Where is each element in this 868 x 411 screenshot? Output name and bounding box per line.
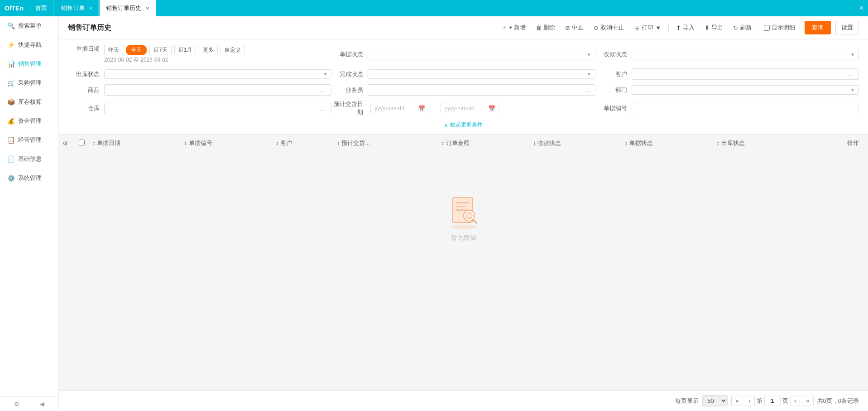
table-settings-header[interactable]: ⚙ xyxy=(59,135,75,152)
sidebar-item-capital-mgmt[interactable]: 💰 资金管理 xyxy=(0,111,58,131)
cancel-stop-button[interactable]: ⊙ 取消中止 xyxy=(591,22,627,34)
show-detail-checkbox-label[interactable]: 显示明细 xyxy=(764,24,795,32)
purchase-mgmt-icon: 🛒 xyxy=(7,79,14,87)
tab-sales-order-history[interactable]: 销售订单历史 × xyxy=(100,0,155,16)
sidebar-collapse-icon[interactable]: ◀ xyxy=(40,401,44,407)
sidebar-settings-icon[interactable]: ⚙ xyxy=(14,401,19,407)
last-page-button[interactable]: » xyxy=(802,396,813,406)
col-receipt-status-label: ↕ 收款状态 xyxy=(533,140,561,146)
svg-point-0 xyxy=(450,225,477,229)
print-button[interactable]: 🖨 打印 ▼ xyxy=(631,22,664,34)
delete-button[interactable]: 🗑 删除 xyxy=(533,22,558,34)
sidebar-item-operation-mgmt[interactable]: 📋 经营管理 xyxy=(0,131,58,150)
collapse-button[interactable]: ∧ 收起更多条件 xyxy=(68,121,859,129)
tab-home-label: 首页 xyxy=(35,4,47,12)
sidebar-item-system-mgmt[interactable]: ⚙️ 系统管理 xyxy=(0,169,58,188)
capital-mgmt-icon: 💰 xyxy=(7,117,14,125)
page-size-select[interactable]: 50 10 20 100 xyxy=(702,395,728,406)
receipt-status-arrow-icon: ▼ xyxy=(850,52,855,57)
salesperson-dots[interactable]: ... xyxy=(583,87,591,93)
stop-label: 中止 xyxy=(572,24,584,32)
col-amount-label: ↕ 订单金额 xyxy=(441,140,470,146)
settings-button[interactable]: 设置 xyxy=(835,21,859,34)
toolbar-divider-1 xyxy=(668,24,669,31)
warehouse-label: 仓库 xyxy=(68,104,104,112)
system-mgmt-icon: ⚙️ xyxy=(7,174,14,182)
date-btn-today[interactable]: 今天 xyxy=(126,45,147,55)
svg-point-6 xyxy=(466,213,472,219)
col-date-label: ↕ 单据日期 xyxy=(92,140,120,146)
dept-select[interactable]: ▼ xyxy=(632,85,859,95)
out-status-arrow-icon: ▼ xyxy=(323,72,327,77)
sidebar-item-quick-nav[interactable]: ⚡ 快捷导航 xyxy=(0,35,58,54)
table-settings-icon[interactable]: ⚙ xyxy=(62,140,68,147)
export-button[interactable]: ⬇ 导出 xyxy=(702,22,726,34)
import-icon: ⬆ xyxy=(676,24,681,31)
col-out-status: ↕ 出库状态 xyxy=(713,135,805,152)
query-button[interactable]: 查询 xyxy=(805,21,831,34)
select-all-checkbox[interactable] xyxy=(79,140,85,145)
table-wrapper: ⚙ ↕ 单据日期 ↕ 单据编号 xyxy=(59,135,868,411)
complete-status-select[interactable]: ▼ xyxy=(368,69,595,79)
new-label: + 新增 xyxy=(509,24,526,32)
show-detail-checkbox[interactable] xyxy=(764,25,770,31)
sidebar-item-capital-mgmt-label: 资金管理 xyxy=(18,117,42,125)
date-btn-custom[interactable]: 自定义 xyxy=(221,45,245,55)
customer-dots[interactable]: ... xyxy=(846,71,855,77)
top-bar-right: × xyxy=(859,4,863,12)
date-filter-label: 单据日期 xyxy=(68,45,104,53)
sidebar-item-search-menu-label: 搜索菜单 xyxy=(18,22,42,30)
empty-illustration xyxy=(441,189,486,234)
sidebar-item-basic-info[interactable]: 📄 基础信息 xyxy=(0,150,58,169)
search-menu-icon: 🔍 xyxy=(7,22,14,29)
next-page-button[interactable]: › xyxy=(790,396,800,406)
calendar-from-icon[interactable]: 📅 xyxy=(418,105,425,112)
tab-home[interactable]: 首页 xyxy=(29,0,54,16)
tab-sales-order-close[interactable]: × xyxy=(89,5,92,11)
table-header: ⚙ ↕ 单据日期 ↕ 单据编号 xyxy=(59,135,868,152)
table-checkbox-header[interactable] xyxy=(75,135,89,152)
delete-label: 删除 xyxy=(543,24,555,32)
date-btn-1month[interactable]: 近1月 xyxy=(174,45,197,55)
stop-button[interactable]: ⊘ 中止 xyxy=(562,22,586,34)
filter-row-2: 出库状态 ▼ 完成状态 ▼ 客户 xyxy=(68,68,859,80)
svg-line-7 xyxy=(473,220,476,223)
col-delivery-date: ↕ 预计交货... xyxy=(333,135,438,152)
delete-icon: 🗑 xyxy=(536,24,542,31)
new-button[interactable]: ＋ + 新增 xyxy=(499,22,528,34)
brand-text: OfTEn xyxy=(5,5,24,12)
col-date: ↕ 单据日期 xyxy=(89,135,181,152)
sidebar-item-search-menu[interactable]: 🔍 搜索菜单 xyxy=(0,16,58,35)
filter-row-4: 仓库 ... 预计交货日期 yyyy-mm-dd 📅 — yyyy-mm-dd xyxy=(68,100,859,116)
prev-page-button[interactable]: ‹ xyxy=(745,396,755,406)
complete-status-arrow-icon: ▼ xyxy=(587,72,591,77)
cancel-stop-icon: ⊙ xyxy=(594,24,599,31)
filter-section: 单据日期 昨天 今天 近7天 近1月 更多 自定义 2023-06-02 至 2… xyxy=(59,39,868,135)
window-close-icon[interactable]: × xyxy=(859,4,863,12)
svg-rect-4 xyxy=(456,209,467,211)
sidebar-item-purchase-mgmt[interactable]: 🛒 采购管理 xyxy=(0,73,58,92)
import-button[interactable]: ⬆ 导入 xyxy=(673,22,697,34)
page-number-input[interactable]: 1 xyxy=(764,396,781,406)
goods-dots[interactable]: ... xyxy=(319,87,327,93)
new-icon: ＋ xyxy=(501,24,507,32)
col-out-status-label: ↕ 出库状态 xyxy=(716,140,744,146)
sidebar-item-sales-mgmt[interactable]: 📊 销售管理 xyxy=(0,54,58,73)
date-btn-more[interactable]: 更多 xyxy=(199,45,218,55)
receipt-status-select[interactable]: ▼ xyxy=(632,50,859,59)
date-btn-7days[interactable]: 近7天 xyxy=(149,45,172,55)
customer-label: 客户 xyxy=(595,70,632,78)
tab-sales-order[interactable]: 销售订单 × xyxy=(55,0,99,16)
calendar-to-icon[interactable]: 📅 xyxy=(488,105,495,112)
print-label: 打印 xyxy=(642,24,653,32)
refresh-button[interactable]: ↻ 刷新 xyxy=(730,22,754,34)
tab-sales-order-history-close[interactable]: × xyxy=(146,5,149,11)
date-btn-yesterday[interactable]: 昨天 xyxy=(104,45,123,55)
order-status-select[interactable]: ▼ xyxy=(368,50,595,59)
out-status-select[interactable]: ▼ xyxy=(104,69,331,79)
order-no-input[interactable] xyxy=(632,103,859,114)
sidebar-item-inventory-mgmt[interactable]: 📦 库存核算 xyxy=(0,92,58,111)
warehouse-dots[interactable]: ... xyxy=(319,105,327,112)
first-page-button[interactable]: « xyxy=(731,396,743,406)
sidebar-item-quick-nav-label: 快捷导航 xyxy=(18,41,42,49)
